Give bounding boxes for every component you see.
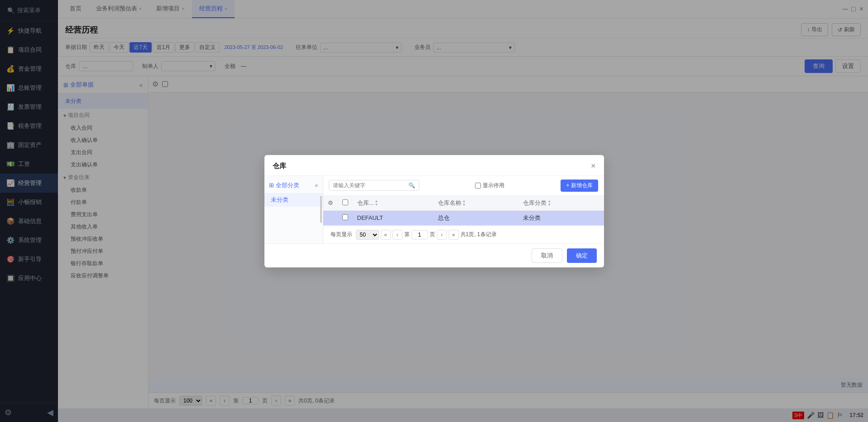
modal-prev-page-btn[interactable]: ‹ xyxy=(393,230,403,240)
col-code-label: 仓库... xyxy=(357,199,374,207)
plus-icon: + xyxy=(566,182,569,189)
row-checkbox[interactable] xyxy=(342,214,348,220)
row-code: DEFAULT xyxy=(353,210,433,225)
col-category-sort-icon: ▲▼ xyxy=(547,199,551,207)
col-name-label: 仓库名称 xyxy=(438,199,461,207)
modal-sidebar: ⊞ 全部分类 « 未分类 xyxy=(264,176,323,243)
modal-search-icon: 🔍 xyxy=(408,182,415,189)
modal-title: 仓库 xyxy=(273,162,286,170)
modal-sidebar-header: ⊞ 全部分类 « xyxy=(264,179,323,193)
col-header-category[interactable]: 仓库分类 ▲▼ xyxy=(518,196,604,211)
col-header-check[interactable] xyxy=(338,196,353,211)
modal-sidebar-uncategorized-label: 未分类 xyxy=(271,196,288,203)
select-all-checkbox[interactable] xyxy=(342,199,348,205)
cancel-button[interactable]: 取消 xyxy=(532,248,562,263)
settings-icon: ⚙ xyxy=(328,199,333,206)
row-category: 未分类 xyxy=(518,210,604,225)
col-code-sort-icon: ▲▼ xyxy=(374,199,378,207)
col-header-settings[interactable]: ⚙ xyxy=(323,196,338,211)
confirm-button[interactable]: 确定 xyxy=(567,248,597,263)
modal-sidebar-scrollbar xyxy=(320,196,322,223)
col-category-label: 仓库分类 xyxy=(523,199,547,207)
modal-sidebar-collapse-btn[interactable]: « xyxy=(315,182,318,189)
modal-main: 🔍 显示停用 + 新增仓库 xyxy=(323,176,604,243)
col-header-code[interactable]: 仓库... ▲▼ xyxy=(353,196,433,211)
modal-last-page-btn[interactable]: » xyxy=(449,230,459,240)
modal-total-info: 共1页, 1条记录 xyxy=(460,231,497,238)
modal-sidebar-title: ⊞ 全部分类 xyxy=(269,181,299,189)
modal-pagination: 每页显示 50 20 100 « ‹ 算 页 › » 共1页, 1条记 xyxy=(323,226,604,243)
add-warehouse-label: 新增仓库 xyxy=(571,182,593,189)
modal-table: ⚙ 仓库... ▲▼ xyxy=(323,196,604,226)
modal-first-page-btn[interactable]: « xyxy=(381,230,391,240)
modal-overlay: 仓库 × ⊞ 全部分类 « 未分类 xyxy=(0,0,868,422)
modal-sidebar-grid-icon: ⊞ xyxy=(269,182,274,189)
show-disabled-text: 显示停用 xyxy=(483,182,504,189)
table-row[interactable]: DEFAULT 总仓 未分类 xyxy=(323,210,604,225)
modal-toolbar: 🔍 显示停用 + 新增仓库 xyxy=(323,176,604,196)
add-warehouse-button[interactable]: + 新增仓库 xyxy=(561,179,598,192)
modal-page-label: 算 xyxy=(404,231,410,238)
show-disabled-checkbox[interactable] xyxy=(475,183,481,189)
row-name: 总仓 xyxy=(433,210,518,225)
modal-sidebar-uncategorized[interactable]: 未分类 xyxy=(264,193,323,207)
modal-body: ⊞ 全部分类 « 未分类 🔍 xyxy=(264,176,604,243)
modal-search-box: 🔍 xyxy=(329,180,419,191)
warehouse-modal: 仓库 × ⊞ 全部分类 « 未分类 xyxy=(264,155,604,267)
modal-search-input[interactable] xyxy=(333,182,407,189)
row-check[interactable] xyxy=(338,210,353,225)
modal-sidebar-title-text: 全部分类 xyxy=(276,181,299,189)
modal-page-unit: 页 xyxy=(430,231,435,238)
modal-show-disabled-label[interactable]: 显示停用 xyxy=(475,182,504,189)
modal-close-button[interactable]: × xyxy=(591,161,596,171)
modal-page-input[interactable] xyxy=(412,230,428,239)
modal-actions: 取消 确定 xyxy=(264,243,604,267)
col-name-sort-icon: ▲▼ xyxy=(462,199,466,207)
modal-per-page-select[interactable]: 50 20 100 xyxy=(356,230,379,240)
modal-header: 仓库 × xyxy=(264,155,604,176)
per-page-label: 每页显示 xyxy=(331,231,352,238)
row-settings xyxy=(323,210,338,225)
col-header-name[interactable]: 仓库名称 ▲▼ xyxy=(433,196,518,211)
pagination-controls: 每页显示 50 20 100 « ‹ 算 页 › » 共1页, 1条记 xyxy=(331,230,497,240)
modal-next-page-btn[interactable]: › xyxy=(437,230,447,240)
